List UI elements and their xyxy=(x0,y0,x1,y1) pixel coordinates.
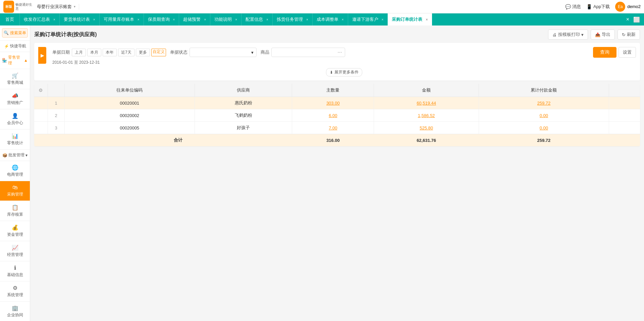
tab-close-icon[interactable]: × xyxy=(426,18,428,21)
settings-button[interactable]: 设置 xyxy=(619,47,636,58)
sidebar-item-inventory[interactable]: 📋 库存核算 xyxy=(0,201,30,221)
tab-home[interactable]: 首页 xyxy=(0,13,20,25)
tab-peizhi[interactable]: 配置信息 × xyxy=(241,13,273,25)
cell-qty[interactable]: 303.00 xyxy=(292,97,374,109)
sidebar-item-ops[interactable]: 📈 经营管理 xyxy=(0,241,30,261)
date-this-month-button[interactable]: 本月 xyxy=(87,49,101,56)
filter-area: ▶ 单据日期 上月 本月 本年 近7天 更多 自定义 xyxy=(34,43,640,81)
cell-settings xyxy=(34,97,48,109)
col-seq xyxy=(48,84,64,97)
tab-chaochuyujing[interactable]: 超储预警 × xyxy=(179,13,210,25)
quick-nav-label: 快捷导航 xyxy=(10,43,26,49)
marketing-icon: 📣 xyxy=(12,93,18,99)
workspace-selector[interactable]: 母婴行业演示账套 ▾ xyxy=(34,4,79,10)
sidebar-item-quick-nav[interactable]: ⚡ 快捷导航 xyxy=(0,41,30,52)
date-7days-button[interactable]: 近7天 xyxy=(118,49,135,56)
cell-amount[interactable]: 60,519.44 xyxy=(374,97,479,109)
sidebar-item-ecommerce[interactable]: 🌐 电商管理 xyxy=(0,161,30,181)
query-button[interactable]: 查询 xyxy=(593,47,616,58)
message-label: 消息 xyxy=(572,4,581,10)
date-last-month-button[interactable]: 上月 xyxy=(72,49,86,56)
cell-code: 00020002 xyxy=(64,109,195,122)
cell-qty[interactable]: 7.00 xyxy=(292,122,374,134)
cell-paid[interactable]: 0.00 xyxy=(479,122,609,134)
tab-close-icon[interactable]: × xyxy=(235,18,237,21)
tab-close-icon[interactable]: × xyxy=(266,18,268,21)
search-menu-button[interactable]: 🔍 搜索菜单 xyxy=(2,28,28,38)
top-bar-right: 💬 消息 📱 App下载 Ea demo2 xyxy=(565,2,641,12)
tab-close-icon[interactable]: × xyxy=(173,18,175,21)
sidebar-item-retail-mgmt[interactable]: 🏪 零售管理 ▲ xyxy=(0,52,30,69)
sidebar-item-finance[interactable]: 💰 资金管理 xyxy=(0,221,30,241)
cell-qty[interactable]: 6.00 xyxy=(292,109,374,122)
close-window-button[interactable]: × xyxy=(625,16,631,23)
tab-close-icon[interactable]: × xyxy=(204,18,206,21)
cell-empty xyxy=(609,109,640,122)
table-footer-row: 合计 316.00 62,631.76 259.72 xyxy=(34,134,640,147)
column-settings-icon[interactable]: ⚙ xyxy=(39,88,43,93)
print-button[interactable]: 🖨 按模板打印 ▾ xyxy=(548,30,588,40)
tab-chenben[interactable]: 成本调整单 × xyxy=(313,13,348,25)
status-select[interactable]: ▾ xyxy=(190,48,257,57)
user-avatar-area[interactable]: Ea demo2 xyxy=(615,2,641,12)
status-dropdown-icon: ▾ xyxy=(251,50,254,55)
basic-info-icon: ℹ xyxy=(14,265,16,271)
col-settings: ⚙ xyxy=(34,84,48,97)
goods-more-icon[interactable]: ··· xyxy=(337,49,342,55)
section-toggle[interactable]: ▶ xyxy=(38,47,46,64)
cell-code: 00020001 xyxy=(64,97,195,109)
sidebar-item-basic-info[interactable]: ℹ 基础信息 xyxy=(0,261,30,281)
sidebar-item-member[interactable]: 👤 会员中心 xyxy=(0,109,30,129)
export-icon: 📤 xyxy=(595,32,600,37)
restore-window-button[interactable]: ⬜ xyxy=(632,16,641,23)
table-header-row: ⚙ 往来单位编码 供应商 主数量 金额 累计付款金额 xyxy=(34,84,640,97)
date-custom-label[interactable]: 自定义 xyxy=(151,49,166,56)
date-this-year-button[interactable]: 本年 xyxy=(103,49,117,56)
sidebar-item-retail-stats[interactable]: 📊 零售统计 xyxy=(0,129,30,150)
footer-paid: 259.72 xyxy=(479,134,609,147)
sidebar-item-purchase[interactable]: 🛍 采购管理 xyxy=(0,181,30,201)
sidebar-item-system[interactable]: ⚙ 系统管理 xyxy=(0,281,30,302)
sidebar-item-retail-mall[interactable]: 🛒 零售商城 xyxy=(0,69,30,89)
tab-paihuorenwu[interactable]: 拣货任务管理 × xyxy=(273,13,313,25)
tab-close-icon[interactable]: × xyxy=(382,18,384,21)
sidebar-item-marketing[interactable]: 📣 营销推广 xyxy=(0,89,30,109)
cell-supplier: 好孩子 xyxy=(195,122,292,134)
date-more-button[interactable]: 更多 xyxy=(136,49,150,56)
purchase-icon: 🛍 xyxy=(12,184,18,191)
cell-paid[interactable]: 259.72 xyxy=(479,97,609,109)
sidebar-item-wholesale[interactable]: 📦 批发管理 ▾ xyxy=(0,150,30,161)
table-row: 3 00020005 好孩子 7.00 525.80 0.00 xyxy=(34,122,640,134)
sidebar-item-enterprise[interactable]: 🏢 企业协同 xyxy=(0,302,30,321)
tab-yaoqing[interactable]: 邀请下游客户 × xyxy=(348,13,388,25)
tab-baozhi[interactable]: 保质期查询 × xyxy=(144,13,179,25)
tab-close-icon[interactable]: × xyxy=(53,18,55,21)
tab-shoufajihui[interactable]: 收发存汇总表 × xyxy=(20,13,60,25)
tab-close-icon[interactable]: × xyxy=(93,18,95,21)
tab-close-icon[interactable]: × xyxy=(138,18,140,21)
app-download-label: App下载 xyxy=(593,4,610,10)
tab-caigoutongji[interactable]: 采购订单统计表 × xyxy=(388,13,432,25)
cell-amount[interactable]: 525.80 xyxy=(374,122,479,134)
tab-close-icon[interactable]: × xyxy=(342,18,344,21)
goods-input[interactable]: ··· xyxy=(271,48,345,57)
cell-supplier: 飞鹤奶粉 xyxy=(195,109,292,122)
refresh-button[interactable]: ↻ 刷新 xyxy=(618,30,640,40)
page-title: 采购订单统计表(按供应商) xyxy=(34,31,97,38)
tab-keyong[interactable]: 可用量库存账本 × xyxy=(100,13,144,25)
cell-amount[interactable]: 1,586.52 xyxy=(374,109,479,122)
export-button[interactable]: 📤 导出 xyxy=(591,30,615,40)
tab-gongneng[interactable]: 功能说明 × xyxy=(210,13,241,25)
top-bar: 标版 畅捷通好生意 母婴行业演示账套 ▾ 💬 消息 📱 App下载 Ea dem… xyxy=(0,0,644,13)
goods-filter-group: 商品 ··· xyxy=(261,48,345,57)
tab-yaohuo[interactable]: 要货单统计表 × xyxy=(60,13,100,25)
data-table: ⚙ 往来单位编码 供应商 主数量 金额 累计付款金额 xyxy=(34,84,640,146)
message-button[interactable]: 💬 消息 xyxy=(565,4,581,10)
expand-more-button[interactable]: ⬇ 展开更多条件 xyxy=(326,68,362,76)
quick-nav-icon: ⚡ xyxy=(4,44,9,49)
footer-label: 合计 xyxy=(64,134,292,147)
cell-paid[interactable]: 0.00 xyxy=(479,109,609,122)
app-download-button[interactable]: 📱 App下载 xyxy=(586,4,610,10)
refresh-icon: ↻ xyxy=(622,32,626,37)
tab-close-icon[interactable]: × xyxy=(306,18,308,21)
